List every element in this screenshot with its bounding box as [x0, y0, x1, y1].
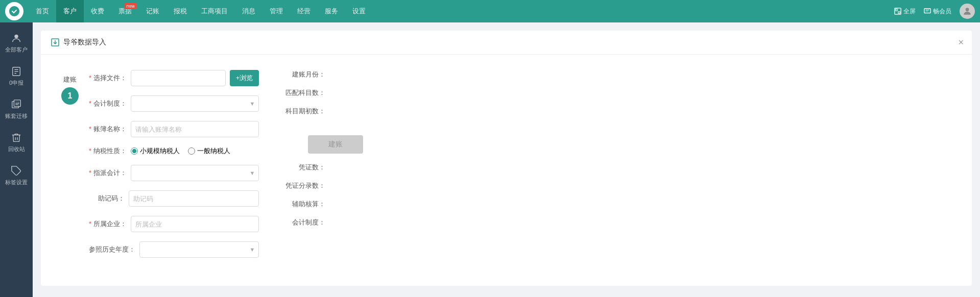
ledger-name-row: 账簿名称：	[89, 121, 259, 137]
voucher-count-label: 凭证数：	[279, 163, 325, 172]
match-subjects-label: 匹配科目数：	[279, 88, 325, 97]
main-content: 导爷数据导入 × 建账 1 选择文件：	[33, 22, 980, 297]
sidebar: 全部客户 0申报 账套迁移	[0, 22, 33, 297]
sidebar-item-label: 标签设置	[5, 179, 28, 186]
file-input-row: +浏览	[131, 70, 259, 86]
sidebar-item-label: 回收站	[8, 145, 25, 153]
user-avatar[interactable]	[960, 4, 975, 19]
memo-code-row: 助记码：	[89, 190, 259, 207]
step-circle: 1	[61, 87, 79, 105]
assign-accountant-select[interactable]	[131, 165, 259, 181]
voucher-entries-label: 凭证分录数：	[279, 181, 325, 190]
nav-service[interactable]: 服务	[318, 0, 345, 22]
ledger-name-label: 账簿名称：	[89, 125, 127, 134]
svg-point-7	[14, 35, 18, 38]
assign-accountant-select-wrapper: ▼	[131, 165, 259, 181]
nav-manage[interactable]: 管理	[262, 0, 290, 22]
step-label: 建账	[63, 75, 77, 84]
import-icon	[51, 38, 59, 46]
form-fields: 选择文件： +浏览 会计制度：	[89, 70, 259, 258]
build-account-button[interactable]: 建账	[308, 135, 363, 154]
history-year-row: 参照历史年度： ▼	[89, 241, 259, 258]
accounting-month-row: 建账月份：	[279, 70, 392, 79]
tax-type-radio-group: 小规模纳税人 一般纳税人	[131, 146, 259, 156]
subject-initial-row: 科目期初数：	[279, 107, 392, 116]
voucher-count-row: 凭证数：	[279, 163, 392, 172]
aux-accounting-label: 辅助核算：	[279, 200, 325, 209]
accounting-system-info-label: 会计制度：	[279, 218, 325, 227]
fullscreen-button[interactable]: 全屏	[894, 7, 916, 16]
accounting-system-info-row: 会计制度：	[279, 218, 392, 227]
nav-fee[interactable]: 收费	[84, 0, 111, 22]
file-label: 选择文件：	[89, 73, 127, 83]
nav-invoice[interactable]: 票据 new	[111, 0, 139, 22]
svg-rect-1	[896, 9, 898, 11]
assign-accountant-row: 指派会计： ▼	[89, 165, 259, 181]
nav-operation[interactable]: 经营	[290, 0, 318, 22]
sidebar-item-label: 0申报	[9, 79, 23, 87]
sidebar-item-tag-settings[interactable]: 标签设置	[0, 160, 33, 191]
form-section: 建账 1 选择文件： +浏览	[61, 70, 259, 258]
memo-code-label: 助记码：	[89, 194, 125, 203]
accounting-system-select[interactable]	[131, 95, 259, 112]
tax-general-label: 一般纳税人	[197, 146, 230, 156]
new-badge: new	[124, 3, 137, 9]
sidebar-item-recycle[interactable]: 回收站	[0, 127, 33, 158]
history-year-label: 参照历史年度：	[89, 245, 135, 254]
accounting-system-label: 会计制度：	[89, 99, 127, 108]
tax-small-label: 小规模纳税人	[140, 146, 180, 156]
panel-body: 建账 1 选择文件： +浏览	[41, 55, 972, 273]
sidebar-item-declaration[interactable]: 0申报	[0, 61, 33, 92]
import-panel: 导爷数据导入 × 建账 1 选择文件：	[41, 31, 972, 286]
aux-accounting-row: 辅助核算：	[279, 200, 392, 209]
voucher-entries-row: 凭证分录数：	[279, 181, 392, 190]
sidebar-item-label: 账套迁移	[5, 112, 28, 120]
panel-close-button[interactable]: ×	[958, 38, 964, 47]
memo-code-input[interactable]	[129, 190, 259, 207]
nav-home[interactable]: 首页	[29, 0, 56, 22]
panel-title: 导爷数据导入	[63, 38, 106, 47]
subject-initial-label: 科目期初数：	[279, 107, 325, 116]
tax-type-row: 纳税性质： 小规模纳税人 一般纳税人	[89, 146, 259, 156]
nav-right: 全屏 畅会员	[894, 4, 975, 19]
nav-message[interactable]: 消息	[235, 0, 262, 22]
tax-general-radio[interactable]	[188, 147, 195, 155]
history-year-select[interactable]	[139, 241, 259, 258]
file-select-row: 选择文件： +浏览	[89, 70, 259, 86]
nav-tax[interactable]: 报税	[166, 0, 194, 22]
info-section: 建账月份： 匹配科目数： 科目期初数： 建账 凭证数：	[279, 70, 392, 258]
match-subjects-row: 匹配科目数：	[279, 88, 392, 97]
member-button[interactable]: 畅会员	[924, 7, 951, 16]
accounting-month-label: 建账月份：	[279, 70, 325, 79]
top-nav: 首页 客户 收费 票据 new 记账 报税 工商项目 消息 管理 经营 服务 设…	[0, 0, 980, 22]
sidebar-item-all-clients[interactable]: 全部客户	[0, 28, 33, 59]
nav-settings[interactable]: 设置	[345, 0, 373, 22]
nav-business[interactable]: 工商项目	[194, 0, 235, 22]
nav-items: 首页 客户 收费 票据 new 记账 报税 工商项目 消息 管理 经营 服务 设…	[29, 0, 894, 22]
tax-small-option[interactable]: 小规模纳税人	[131, 146, 180, 156]
sidebar-item-account-migrate[interactable]: 账套迁移	[0, 94, 33, 125]
assign-accountant-label: 指派会计：	[89, 168, 127, 178]
sidebar-item-label: 全部客户	[5, 46, 28, 54]
svg-point-6	[966, 8, 969, 11]
nav-client[interactable]: 客户	[56, 0, 84, 22]
main-layout: 全部客户 0申报 账套迁移	[0, 22, 980, 297]
panel-header: 导爷数据导入 ×	[41, 31, 972, 55]
nav-account[interactable]: 记账	[139, 0, 166, 22]
ledger-name-input[interactable]	[131, 121, 259, 137]
step-indicator: 建账 1	[61, 70, 79, 258]
file-text-input[interactable]	[131, 70, 226, 86]
browse-button[interactable]: +浏览	[230, 70, 259, 86]
app-logo	[5, 2, 23, 20]
tax-general-option[interactable]: 一般纳税人	[188, 146, 230, 156]
company-row: 所属企业：	[89, 216, 259, 232]
company-input[interactable]	[131, 216, 259, 232]
tax-small-radio[interactable]	[131, 147, 138, 155]
tax-type-label: 纳税性质：	[89, 146, 127, 156]
accounting-system-row: 会计制度： ▼	[89, 95, 259, 112]
history-year-select-wrapper: ▼	[139, 241, 259, 258]
svg-rect-2	[898, 12, 900, 14]
accounting-system-select-wrapper: ▼	[131, 95, 259, 112]
company-label: 所属企业：	[89, 219, 127, 229]
